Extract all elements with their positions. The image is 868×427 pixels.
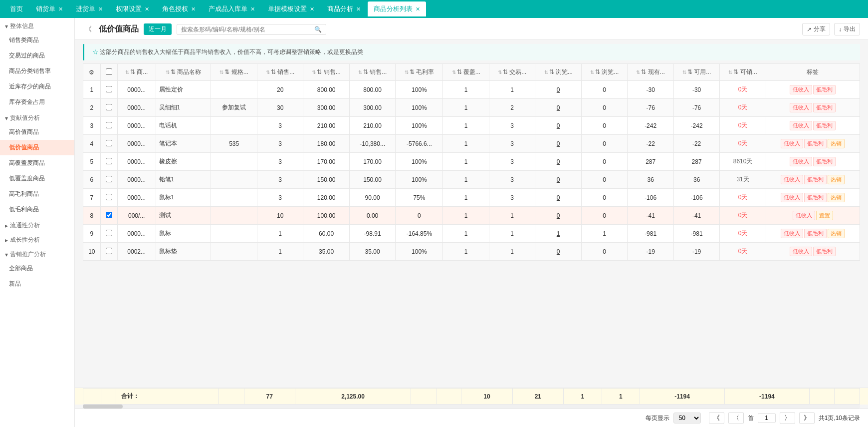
next-page-button[interactable]: 〉	[780, 412, 795, 424]
view1-link[interactable]: 0	[557, 104, 560, 111]
row-view1[interactable]: 0	[535, 99, 581, 117]
nav-product-inbound[interactable]: 产成品入库单 ✕	[203, 1, 261, 16]
th-checkbox[interactable]	[100, 64, 117, 81]
row-checkbox-cell[interactable]	[100, 243, 117, 261]
row-checkbox-cell[interactable]	[100, 189, 117, 207]
view1-link[interactable]: 0	[557, 122, 560, 129]
share-button[interactable]: ↗ 分享	[802, 23, 830, 35]
row-checkbox[interactable]	[106, 86, 112, 92]
nav-close-role[interactable]: ✕	[191, 6, 196, 12]
view1-link[interactable]: 0	[557, 140, 560, 147]
th-name[interactable]: ⇅ 商品名称	[156, 64, 211, 81]
sidebar-item-traded-products[interactable]: 交易过的商品	[0, 48, 74, 63]
export-button[interactable]: ↓ 导出	[834, 23, 860, 35]
row-checkbox[interactable]	[106, 212, 112, 218]
th-settings[interactable]: ⚙	[83, 64, 101, 81]
scrollbar-thumb[interactable]	[83, 405, 123, 409]
nav-product-analysis-list[interactable]: 商品分析列表 ✕	[368, 1, 426, 16]
nav-close-analysis[interactable]: ✕	[356, 6, 361, 12]
nav-role-auth[interactable]: 角色授权 ✕	[156, 1, 202, 16]
th-spec[interactable]: ⇅ 规格...	[211, 64, 257, 81]
view1-link[interactable]: 0	[557, 212, 560, 219]
sidebar-item-low-margin[interactable]: 低毛利商品	[0, 202, 74, 217]
th-coverage[interactable]: ⇅ 覆盖...	[443, 64, 489, 81]
nav-close-sales[interactable]: ✕	[58, 6, 63, 12]
th-sales-qty[interactable]: ⇅ 销售...	[257, 64, 303, 81]
horizontal-scrollbar[interactable]	[83, 405, 860, 409]
th-current[interactable]: ⇅ 现有...	[628, 64, 673, 81]
nav-template-settings[interactable]: 单据模板设置 ✕	[262, 1, 320, 16]
nav-sales-order[interactable]: 销货单 ✕	[30, 1, 69, 16]
th-code[interactable]: ⇅ 商...	[117, 64, 156, 81]
row-view1[interactable]: 0	[535, 189, 581, 207]
view1-link[interactable]: 1	[557, 230, 560, 237]
date-filter-button[interactable]: 近一月	[144, 23, 172, 35]
sidebar-section-overview[interactable]: ▾ 整体信息	[0, 18, 74, 32]
row-checkbox[interactable]	[106, 140, 112, 146]
sidebar-item-high-value[interactable]: 高价值商品	[0, 124, 74, 140]
th-gross-rate[interactable]: ⇅ 毛利率	[396, 64, 443, 81]
sidebar-item-all-products[interactable]: 全部商品	[0, 261, 74, 276]
row-checkbox-cell[interactable]	[100, 99, 117, 117]
row-checkbox-cell[interactable]	[100, 171, 117, 189]
sidebar-collapse-button[interactable]: 《	[83, 24, 94, 35]
row-checkbox-cell[interactable]	[100, 135, 117, 153]
view1-link[interactable]: 0	[557, 194, 560, 201]
nav-permission[interactable]: 权限设置 ✕	[110, 1, 155, 16]
row-view1[interactable]: 0	[535, 135, 581, 153]
sidebar-item-low-stock[interactable]: 近库存少的商品	[0, 79, 74, 94]
search-input[interactable]	[181, 26, 314, 33]
row-view1[interactable]: 0	[535, 117, 581, 135]
nav-product-analysis[interactable]: 商品分析 ✕	[321, 1, 367, 16]
view1-link[interactable]: 0	[557, 158, 560, 165]
nav-close-template[interactable]: ✕	[310, 6, 314, 12]
sidebar-item-sales-products[interactable]: 销售类商品	[0, 32, 74, 48]
select-all-checkbox[interactable]	[106, 68, 112, 75]
prev-page-button[interactable]: 〈	[728, 412, 744, 424]
per-page-select[interactable]: 50 100 200	[673, 413, 701, 424]
row-checkbox-cell[interactable]	[100, 81, 117, 99]
row-view1[interactable]: 0	[535, 153, 581, 171]
nav-purchase-order[interactable]: 进货单 ✕	[70, 1, 109, 16]
row-checkbox-cell[interactable]	[100, 117, 117, 135]
th-sales-price[interactable]: ⇅ 销售...	[349, 64, 395, 81]
search-icon[interactable]: 🔍	[314, 26, 322, 33]
row-checkbox[interactable]	[106, 248, 112, 254]
first-page-button[interactable]: 《	[709, 412, 724, 424]
sidebar-item-low-value[interactable]: 低价值商品	[0, 140, 74, 155]
nav-home[interactable]: 首页	[4, 1, 29, 16]
row-checkbox[interactable]	[106, 194, 112, 200]
view1-link[interactable]: 0	[557, 248, 560, 255]
sidebar-section-circulation[interactable]: ▸ 流通性分析	[0, 217, 74, 232]
sidebar-item-high-margin[interactable]: 高毛利商品	[0, 186, 74, 202]
row-view1[interactable]: 1	[535, 225, 581, 243]
page-number-input[interactable]	[758, 413, 776, 423]
sidebar-item-low-coverage[interactable]: 低覆盖度商品	[0, 171, 74, 186]
sidebar-section-marketing[interactable]: ▾ 营销推广分析	[0, 246, 74, 261]
th-sales-amount[interactable]: ⇅ 销售...	[303, 64, 349, 81]
th-sellable[interactable]: ⇅ 可销...	[720, 64, 766, 81]
sidebar-item-stock-capital[interactable]: 库存资金占用	[0, 94, 74, 110]
sidebar-section-growth[interactable]: ▸ 成长性分析	[0, 232, 74, 246]
row-checkbox[interactable]	[106, 176, 112, 182]
nav-close-permission[interactable]: ✕	[145, 6, 149, 12]
row-checkbox[interactable]	[106, 122, 112, 128]
last-page-button[interactable]: 》	[799, 412, 815, 424]
row-checkbox[interactable]	[106, 158, 112, 164]
th-view2[interactable]: ⇅ 浏览...	[581, 64, 627, 81]
row-checkbox[interactable]	[106, 104, 112, 110]
row-checkbox[interactable]	[106, 230, 112, 236]
th-view1[interactable]: ⇅ 浏览...	[535, 64, 581, 81]
row-checkbox-cell[interactable]	[100, 153, 117, 171]
sidebar-item-category-rate[interactable]: 商品分类销售率	[0, 63, 74, 79]
sidebar-item-high-coverage[interactable]: 高覆盖度商品	[0, 155, 74, 171]
row-view1[interactable]: 0	[535, 243, 581, 261]
nav-close-inbound[interactable]: ✕	[250, 6, 255, 12]
view1-link[interactable]: 0	[557, 86, 560, 93]
row-view1[interactable]: 0	[535, 81, 581, 99]
nav-close-analysis-list[interactable]: ✕	[416, 6, 420, 12]
sidebar-section-contribution[interactable]: ▾ 贡献值分析	[0, 110, 74, 124]
view1-link[interactable]: 0	[557, 176, 560, 183]
sidebar-item-new-products[interactable]: 新品	[0, 276, 74, 292]
th-available[interactable]: ⇅ 可用...	[673, 64, 719, 81]
